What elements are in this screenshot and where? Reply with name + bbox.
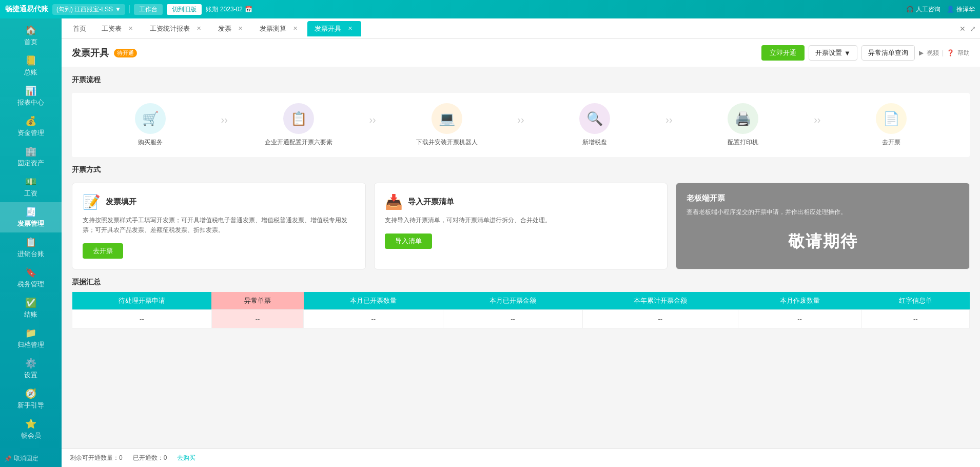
open-now-button[interactable]: 立即开通 xyxy=(761,45,805,61)
import-billing-button[interactable]: 导入清单 xyxy=(385,233,432,249)
funds-icon: 💰 xyxy=(25,115,36,127)
workflow-section: 开票流程 🛒 购买服务 ›› 📋 企业开通配置开票六要素 xyxy=(62,67,980,165)
sidebar-item-reports[interactable]: 📊 报表中心 xyxy=(0,81,62,111)
buy-icon: 🛒 xyxy=(142,111,159,127)
manual-billing-button[interactable]: 去开票 xyxy=(83,243,123,259)
sidebar-item-archive[interactable]: 📁 归档管理 xyxy=(0,323,62,354)
settings-label: 开票设置 xyxy=(815,48,842,57)
col-abnormal: 异常单票 xyxy=(211,292,304,310)
switch-old-button[interactable]: 切到旧版 xyxy=(167,4,202,15)
sidebar-bottom-pin[interactable]: 📌 取消固定 xyxy=(0,450,62,467)
manual-card-desc: 支持按照发票样式手工填写开发票；可开具增值税电子普通发票、增值税普通发票、增值税… xyxy=(83,216,355,235)
tab-salary-table[interactable]: 工资表 ✕ xyxy=(94,21,142,36)
add-tax-icon: 🔍 xyxy=(586,111,603,127)
arrow-5: ›› xyxy=(811,114,823,126)
workflow-step-printer[interactable]: 🖨️ 配置打印机 xyxy=(675,103,812,147)
page-title-area: 发票开具 待开通 xyxy=(72,47,137,59)
step-printer-circle: 🖨️ xyxy=(728,103,758,134)
sidebar-item-member[interactable]: ⭐ 畅会员 xyxy=(0,414,62,444)
summary-table: 待处理开票申请 异常单票 本月已开票数量 本月已开票金额 本年累计开票金额 本月… xyxy=(72,292,970,328)
tab-home[interactable]: 首页 xyxy=(66,21,93,36)
workflow-step-buy[interactable]: 🛒 购买服务 xyxy=(82,103,219,147)
avatar-icon: 👤 xyxy=(947,6,954,13)
sidebar-pin-label: 取消固定 xyxy=(14,454,38,463)
sidebar-label-purchase: 进销台账 xyxy=(17,249,44,259)
tab-close-button[interactable]: ✕ xyxy=(959,25,966,33)
sidebar-label-home: 首页 xyxy=(24,37,37,47)
status-badge: 待开通 xyxy=(114,49,137,57)
period-value[interactable]: 2023-02 xyxy=(220,6,243,13)
opened-count: 已开通数：0 xyxy=(133,454,167,462)
calendar-icon[interactable]: 📅 xyxy=(245,6,252,13)
tab-invoice[interactable]: 发票 ✕ xyxy=(211,21,251,36)
workflow-step-setup[interactable]: 📋 企业开通配置开票六要素 xyxy=(230,103,367,147)
workflow-step-issue[interactable]: 📄 去开票 xyxy=(823,103,959,147)
tab-invoice-calc[interactable]: 发票测算 ✕ xyxy=(252,21,306,36)
tab-invoice-tool[interactable]: 发票开具 ✕ xyxy=(307,21,361,36)
remaining-quota: 剩余可开通数量：0 xyxy=(70,454,123,462)
workflow-step-download[interactable]: 💻 下载并安装开票机器人 xyxy=(379,103,515,147)
archive-icon: 📁 xyxy=(25,327,36,339)
tab-salary-report[interactable]: 工资统计报表 ✕ xyxy=(143,21,210,36)
arrow-2: ›› xyxy=(366,114,378,126)
sidebar-item-settle[interactable]: ✅ 结账 xyxy=(0,293,62,323)
consult-button[interactable]: 🎧 人工咨询 xyxy=(906,5,940,14)
sidebar-item-home[interactable]: 🏠 首页 xyxy=(0,21,62,51)
boss-card-content: 老板端开票 查看老板端小程序提交的开票申请，并作出相应处理操作。 xyxy=(687,193,959,217)
question-icon: ❓ xyxy=(947,49,954,56)
import-card-desc: 支持导入待开票清单，可对待开票清单进行拆分、合并处理。 xyxy=(385,216,657,225)
sidebar-item-ledger[interactable]: 📒 总账 xyxy=(0,51,62,81)
period-label: 账期 xyxy=(206,5,218,14)
company-selector[interactable]: (勾到) 江西服宝-LSS ▼ xyxy=(52,4,125,15)
salary-icon: 💵 xyxy=(25,176,36,187)
sidebar-item-purchase[interactable]: 📋 进销台账 xyxy=(0,232,62,263)
sidebar-item-salary[interactable]: 💵 工资 xyxy=(0,172,62,202)
tab-restore-button[interactable]: ⤢ xyxy=(970,25,976,33)
col-year-amount: 本年累计开票金额 xyxy=(583,292,738,310)
assets-icon: 🏢 xyxy=(25,146,36,157)
settings-button[interactable]: 开票设置 ▼ xyxy=(809,45,857,61)
tab-salary-report-close[interactable]: ✕ xyxy=(194,25,203,33)
method-cards: 📝 发票填开 支持按照发票样式手工填写开发票；可开具增值税电子普通发票、增值税普… xyxy=(62,183,980,278)
import-billing-card: 📥 导入开票清单 支持导入待开票清单，可对待开票清单进行拆分、合并处理。 导入清… xyxy=(374,183,668,269)
sidebar-item-assets[interactable]: 🏢 固定资产 xyxy=(0,142,62,172)
sidebar-item-tax[interactable]: 🔖 税务管理 xyxy=(0,263,62,293)
abnormal-query-button[interactable]: 异常清单查询 xyxy=(861,45,915,61)
user-avatar[interactable]: 👤 徐泽华 xyxy=(947,5,975,14)
tab-home-label: 首页 xyxy=(73,24,86,33)
step-buy-circle: 🛒 xyxy=(135,103,166,134)
sidebar-item-invoice[interactable]: 🧾 发票管理 xyxy=(0,202,62,232)
boss-card-desc: 查看老板端小程序提交的开票申请，并作出相应处理操作。 xyxy=(687,207,959,217)
content-spacer xyxy=(62,339,980,449)
sidebar-label-tax: 税务管理 xyxy=(17,280,44,289)
settle-icon: ✅ xyxy=(25,297,36,308)
settings-icon: ⚙️ xyxy=(25,358,36,369)
summary-section: 票据汇总 待处理开票申请 异常单票 本月已开票数量 本月已开票金额 本年累计开票… xyxy=(62,278,980,339)
tab-invoice-close[interactable]: ✕ xyxy=(236,25,244,33)
tab-right-buttons: ✕ ⤢ xyxy=(959,25,976,33)
manual-card-header: 📝 发票填开 xyxy=(83,193,355,210)
buy-link[interactable]: 去购买 xyxy=(177,454,195,462)
tax-icon: 🔖 xyxy=(25,267,36,278)
arrow-4: ›› xyxy=(663,114,675,126)
sidebar-item-funds[interactable]: 💰 资金管理 xyxy=(0,111,62,142)
workflow-title: 开票流程 xyxy=(72,75,970,85)
app-logo: 畅捷通易代账 xyxy=(5,5,48,14)
home-icon: 🏠 xyxy=(25,25,36,36)
issue-icon: 📄 xyxy=(883,111,899,127)
cell-today-count: -- xyxy=(304,310,443,328)
workspace-button[interactable]: 工作台 xyxy=(134,4,163,15)
cell-pending: -- xyxy=(72,310,212,328)
sidebar-item-settings[interactable]: ⚙️ 设置 xyxy=(0,354,62,384)
setup-icon: 📋 xyxy=(290,111,307,127)
invoice-icon: 🧾 xyxy=(25,206,36,218)
tab-salary-table-close[interactable]: ✕ xyxy=(126,25,134,33)
workflow-step-add-tax[interactable]: 🔍 新增税盘 xyxy=(527,103,663,147)
top-bar: 畅捷通易代账 (勾到) 江西服宝-LSS ▼ 工作台 切到旧版 账期 2023-… xyxy=(0,0,980,18)
tab-invoice-tool-close[interactable]: ✕ xyxy=(346,25,354,33)
import-card-title: 导入开票清单 xyxy=(408,197,454,207)
sidebar-label-invoice: 发票管理 xyxy=(17,219,44,228)
tab-invoice-calc-close[interactable]: ✕ xyxy=(291,25,299,33)
sidebar-item-guide[interactable]: 🧭 新手引导 xyxy=(0,384,62,414)
col-pending: 待处理开票申请 xyxy=(72,292,212,310)
